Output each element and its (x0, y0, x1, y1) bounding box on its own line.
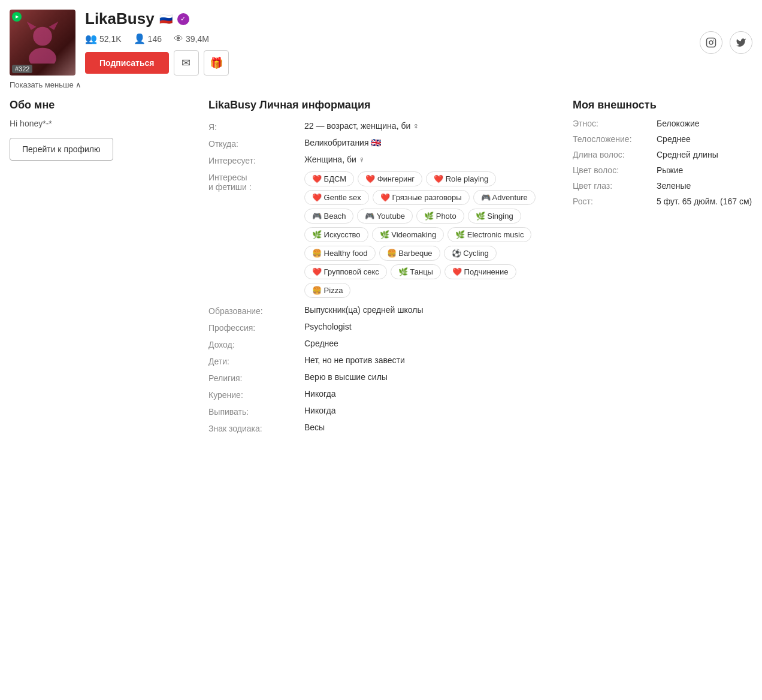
info-row-drinking: Выпивать: Никогда (208, 406, 554, 417)
go-to-profile-button[interactable]: Перейти к профилю (10, 138, 113, 161)
username-row: LikaBusy 🇷🇺 ✓ (85, 10, 690, 28)
twitter-link[interactable] (730, 31, 752, 54)
personal-info-title: LikaBusy Личная информация (208, 99, 554, 111)
value-interested: Женщина, би ♀ (304, 155, 365, 164)
value-income: Среднее (304, 339, 338, 348)
tag-pizza: 🍔 Pizza (304, 283, 350, 298)
value-from: Великобритания 🇬🇧 (304, 138, 381, 147)
appearance-row-eye-color: Цвет глаз: Зеленые (573, 181, 752, 191)
appearance-section: Моя внешность Этнос: Белокожие Телосложе… (573, 99, 752, 439)
following-count: 146 (148, 34, 162, 44)
value-height: 5 фут. 65 дюйм. (167 см) (657, 197, 752, 206)
svg-point-6 (713, 40, 714, 41)
subscribe-button[interactable]: Подписаться (85, 52, 169, 74)
label-body: Телосложение: (573, 134, 657, 144)
appearance-title: Моя внешность (573, 99, 752, 111)
social-links (700, 31, 752, 54)
label-from: Откуда: (208, 138, 304, 149)
label-income: Доход: (208, 339, 304, 349)
info-row-from: Откуда: Великобритания 🇬🇧 (208, 138, 554, 149)
info-row-interests: Интересы и фетиши : ❤️ БДСМ ❤️ Фингеринг… (208, 171, 554, 298)
tag-videomaking: 🌿 Videomaking (372, 227, 444, 242)
tag-beach: 🎮 Beach (304, 209, 353, 224)
svg-point-1 (29, 48, 56, 64)
label-ethnicity: Этнос: (573, 119, 657, 128)
value-body: Среднее (657, 134, 691, 144)
svg-rect-4 (707, 38, 716, 47)
appearance-row-body: Телосложение: Среднее (573, 134, 752, 144)
views-count: 39,4M (186, 34, 209, 44)
label-children: Дети: (208, 355, 304, 366)
label-education: Образование: (208, 305, 304, 316)
views-icon: 👁 (174, 34, 183, 44)
label-hair-color: Цвет волос: (573, 165, 657, 175)
info-row-interested: Интересует: Женщина, би ♀ (208, 155, 554, 165)
tag-electronic-music: 🌿 Electronic music (447, 227, 531, 242)
value-drinking: Никогда (304, 406, 335, 415)
svg-point-5 (709, 41, 713, 44)
bio-text: Hi honey*-* (10, 119, 189, 128)
following-icon: 👤 (134, 33, 146, 44)
label-interests: Интересы и фетиши : (208, 171, 304, 192)
tag-bdsm: ❤️ БДСМ (304, 171, 354, 186)
tag-group-sex: ❤️ Групповой секс (304, 264, 387, 279)
tag-dirty-talk: ❤️ Грязные разговоры (373, 190, 470, 205)
online-indicator (12, 12, 22, 22)
about-section: Обо мне Hi honey*-* Перейти к профилю (10, 99, 189, 439)
label-interested: Интересует: (208, 155, 304, 165)
about-title: Обо мне (10, 99, 189, 111)
header-info: LikaBusy 🇷🇺 ✓ 👥 52,1K 👤 146 👁 39,4M Подп… (85, 10, 690, 76)
info-row-profession: Профессия: Psychologist (208, 322, 554, 333)
gift-button[interactable]: 🎁 (204, 50, 229, 76)
message-button[interactable]: ✉ (174, 50, 199, 76)
main-content: Обо мне Hi honey*-* Перейти к профилю Li… (10, 99, 752, 439)
tags-container: ❤️ БДСМ ❤️ Фингеринг ❤️ Role playing ❤️ … (304, 171, 554, 298)
tag-healthy-food: 🍔 Healthy food (304, 246, 376, 261)
svg-point-0 (33, 27, 52, 46)
followers-icon: 👥 (85, 33, 97, 44)
flag-icon: 🇷🇺 (159, 13, 173, 26)
show-less-toggle[interactable]: Показать меньше ∧ (10, 80, 752, 89)
value-children: Нет, но не против завести (304, 355, 405, 365)
tag-fingering: ❤️ Фингеринг (358, 171, 422, 186)
appearance-row-hair-length: Длина волос: Средней длины (573, 150, 752, 159)
verified-icon: ✓ (177, 13, 189, 25)
instagram-link[interactable] (700, 31, 722, 54)
label-smoking: Курение: (208, 389, 304, 400)
followers-count: 52,1K (99, 34, 122, 44)
value-hair-color: Рыжие (657, 165, 683, 175)
followers-stat: 👥 52,1K (85, 33, 122, 44)
info-row-age: Я: 22 — возраст, женщина, би ♀ (208, 121, 554, 132)
tag-photo: 🌿 Photo (416, 209, 464, 224)
value-hair-length: Средней длины (657, 150, 718, 159)
avatar-wrapper: #322 (10, 10, 75, 76)
views-stat: 👁 39,4M (174, 34, 209, 44)
tag-gentle-sex: ❤️ Gentle sex (304, 190, 369, 205)
info-row-children: Дети: Нет, но не против завести (208, 355, 554, 366)
label-religion: Религия: (208, 372, 304, 383)
label-height: Рост: (573, 197, 657, 206)
value-age: 22 — возраст, женщина, би ♀ (304, 121, 419, 131)
tag-youtube: 🎮 Youtube (357, 209, 413, 224)
tag-dancing: 🌿 Танцы (391, 264, 441, 279)
rank-badge: #322 (12, 65, 32, 73)
value-religion: Верю в высшие силы (304, 372, 388, 382)
value-eye-color: Зеленые (657, 181, 691, 191)
info-row-zodiac: Знак зодиака: Весы (208, 423, 554, 433)
label-age: Я: (208, 121, 304, 132)
svg-marker-3 (49, 22, 59, 30)
tag-role-playing: ❤️ Role playing (426, 171, 496, 186)
personal-info-section: LikaBusy Личная информация Я: 22 — возра… (208, 99, 554, 439)
stats-row: 👥 52,1K 👤 146 👁 39,4M (85, 33, 690, 44)
tag-art: 🌿 Искусство (304, 227, 368, 242)
info-row-religion: Религия: Верю в высшие силы (208, 372, 554, 383)
value-profession: Psychologist (304, 322, 352, 331)
label-drinking: Выпивать: (208, 406, 304, 417)
value-zodiac: Весы (304, 423, 325, 432)
label-zodiac: Знак зодиака: (208, 423, 304, 433)
tag-singing: 🌿 Singing (468, 209, 521, 224)
value-smoking: Никогда (304, 389, 335, 399)
profile-header: #322 LikaBusy 🇷🇺 ✓ 👥 52,1K 👤 146 👁 39,4M (10, 10, 752, 76)
appearance-row-height: Рост: 5 фут. 65 дюйм. (167 см) (573, 197, 752, 206)
label-eye-color: Цвет глаз: (573, 181, 657, 191)
